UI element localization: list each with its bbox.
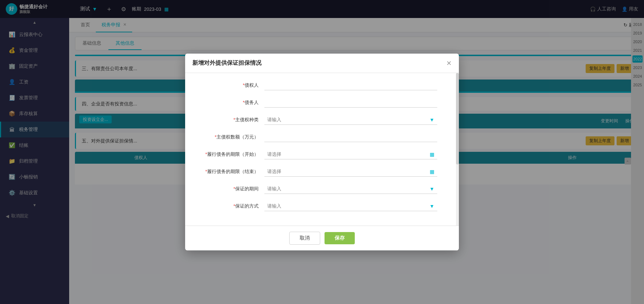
modal-scrollbar[interactable] <box>456 73 459 226</box>
guarantee-method-wrapper: ▼ <box>264 201 437 211</box>
creditor-label: *债权人 <box>200 82 264 89</box>
debtor-label: *债务人 <box>200 99 264 106</box>
period-start-label: *履行债务的期限（开始） <box>200 151 264 158</box>
modal-title: 新增对外提供保证担保情况 <box>192 59 261 67</box>
guarantee-period-input[interactable] <box>264 184 429 194</box>
form-row-debtor: *债务人 <box>200 97 444 108</box>
form-row-claim-amount: *主债权数额（万元） <box>200 132 444 142</box>
claim-amount-input[interactable] <box>264 132 437 142</box>
modal-header: 新增对外提供保证担保情况 ✕ <box>185 54 459 73</box>
modal-scroll-thumb <box>456 73 459 164</box>
claim-type-input[interactable] <box>264 115 429 124</box>
form-row-period-start: *履行债务的期限（开始） ▦ <box>200 149 444 159</box>
modal-body: *债权人 *债务人 *主债权种类 ▼ <box>185 73 459 226</box>
guarantee-method-label: *保证的方式 <box>200 203 264 209</box>
form-row-guarantee-method: *保证的方式 ▼ <box>200 201 444 211</box>
guarantee-period-dropdown-icon[interactable]: ▼ <box>429 186 434 192</box>
period-end-calendar-icon[interactable]: ▦ <box>430 169 434 174</box>
claim-amount-label: *主债权数额（万元） <box>200 134 264 140</box>
guarantee-period-wrapper: ▼ <box>264 184 437 194</box>
creditor-input[interactable] <box>264 80 437 90</box>
claim-type-dropdown-icon[interactable]: ▼ <box>429 117 434 123</box>
form-row-claim-type: *主债权种类 ▼ <box>200 115 444 125</box>
modal-backdrop: 新增对外提供保证担保情况 ✕ *债权人 *债务人 <box>0 0 644 304</box>
period-start-wrapper: ▦ <box>264 149 437 159</box>
modal-close-button[interactable]: ✕ <box>446 60 452 67</box>
period-start-calendar-icon[interactable]: ▦ <box>430 151 434 157</box>
period-end-wrapper: ▦ <box>264 167 437 177</box>
debtor-input[interactable] <box>264 97 437 108</box>
period-end-input[interactable] <box>264 167 430 176</box>
period-start-input[interactable] <box>264 149 430 159</box>
form-row-guarantee-period: *保证的期间 ▼ <box>200 184 444 194</box>
cancel-button[interactable]: 取消 <box>289 232 320 245</box>
claim-type-label: *主债权种类 <box>200 117 264 123</box>
claim-type-wrapper: ▼ <box>264 115 437 125</box>
form-row-creditor: *债权人 <box>200 80 444 90</box>
modal-add-guarantee: 新增对外提供保证担保情况 ✕ *债权人 *债务人 <box>185 54 459 250</box>
modal-footer: 取消 保存 <box>185 226 459 250</box>
guarantee-method-dropdown-icon[interactable]: ▼ <box>429 203 434 209</box>
save-button[interactable]: 保存 <box>325 232 355 244</box>
form-row-period-end: *履行债务的期限（结束） ▦ <box>200 167 444 177</box>
guarantee-period-label: *保证的期间 <box>200 186 264 192</box>
period-end-label: *履行债务的期限（结束） <box>200 168 264 175</box>
guarantee-method-input[interactable] <box>264 201 429 211</box>
